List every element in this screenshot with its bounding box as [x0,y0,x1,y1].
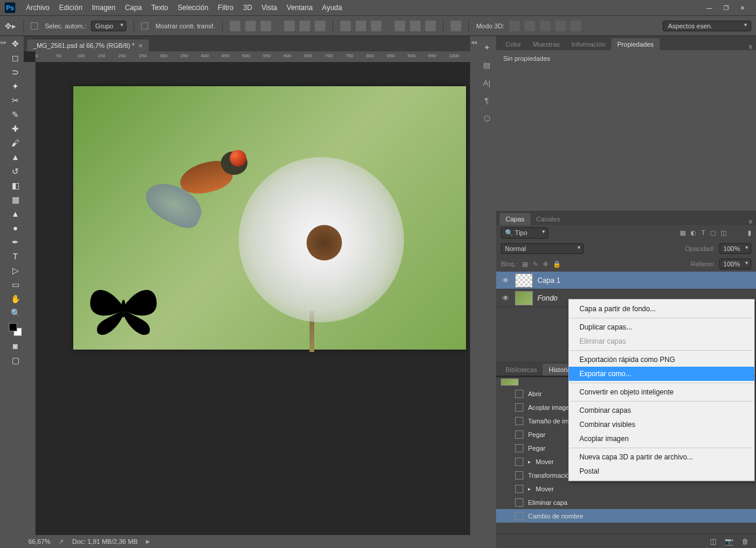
context-menu-item[interactable]: Combinar visibles [569,417,754,432]
menu-imagen[interactable]: Imagen [87,0,120,16]
tab-muestras[interactable]: Muestras [527,38,565,50]
hand-tool[interactable]: ✋ [8,292,22,305]
dodge-tool[interactable]: ● [8,221,22,234]
context-menu-item[interactable]: Postal [569,464,754,478]
align-left-icon[interactable] [284,21,295,31]
context-menu-item[interactable]: Capa a partir de fondo... [569,302,754,316]
menu-ayuda[interactable]: Ayuda [317,0,347,16]
auto-select-dropdown[interactable]: Grupo [91,21,126,31]
close-tab-icon[interactable]: ✕ [138,43,143,49]
blur-tool[interactable]: ▲ [8,207,22,220]
nav-panel-icon[interactable]: ✦ [480,41,493,54]
gradient-tool[interactable]: ▦ [8,193,22,206]
distribute-5-icon[interactable] [410,21,421,31]
align-right-icon[interactable] [315,21,325,31]
history-item[interactable]: ▸Mover [496,482,756,495]
filter-toggle[interactable]: ▮ [748,229,751,237]
marquee-tool[interactable]: ◻ [8,51,22,64]
color-swatch[interactable] [9,323,22,336]
crop-tool[interactable]: ✂ [8,94,22,107]
zoom-tool[interactable]: 🔍 [8,306,22,319]
3d-slide-icon[interactable] [555,21,566,31]
panel-menu-icon[interactable]: ≡ [745,43,756,50]
blend-mode-dropdown[interactable]: Normal [501,243,584,254]
move-tool[interactable]: ✥ [8,37,22,50]
layer-thumb[interactable] [515,291,533,305]
document-tab[interactable]: _MG_2581.psd al 66,7% (RGB/8) * ✕ [27,40,149,51]
filter-shape-icon[interactable]: ▢ [710,229,716,237]
opacity-value[interactable]: 100% [719,243,751,254]
type-tool[interactable]: T [8,250,22,263]
align-hmid-icon[interactable] [299,21,310,31]
tab-canales[interactable]: Canales [530,213,566,225]
paragraph-panel-icon[interactable]: ¶ [480,94,493,107]
tab-bibliotecas[interactable]: Bibliotecas [500,364,543,376]
close-button[interactable]: ✕ [738,5,747,11]
workspace-dropdown[interactable]: Aspectos esen. [663,21,751,31]
context-menu-item[interactable]: Combinar capas [569,403,754,417]
menu-ventana[interactable]: Ventana [282,0,317,16]
context-menu-item[interactable]: Convertir en objeto inteligente [569,385,754,399]
distribute-6-icon[interactable] [425,21,436,31]
3d-panel-icon[interactable]: ⬡ [480,112,493,125]
lock-paint-icon[interactable]: ✎ [533,260,538,268]
distribute-4-icon[interactable] [395,21,405,31]
minimize-button[interactable]: — [705,5,713,11]
distribute-3-icon[interactable] [371,21,382,31]
hist-new-doc-icon[interactable]: ◫ [710,537,716,546]
3d-orbit-icon[interactable] [509,21,520,31]
export-icon[interactable]: ↗ [58,538,64,546]
eyedropper-tool[interactable]: ✎ [8,108,22,121]
layer-row-capa1[interactable]: 👁 Capa 1 [496,272,756,289]
layer-thumb[interactable] [515,273,533,288]
layer-name[interactable]: Capa 1 [537,276,561,285]
visibility-icon[interactable]: 👁 [501,294,510,302]
menu-capa[interactable]: Capa [120,0,146,16]
3d-scale-icon[interactable] [571,21,581,31]
hist-delete-icon[interactable]: 🗑 [742,537,749,546]
maximize-button[interactable]: ❐ [722,5,730,11]
filter-smart-icon[interactable]: ◫ [721,229,726,237]
quickmask-tool[interactable]: ◙ [8,340,22,353]
stamp-tool[interactable]: ▲ [8,151,22,164]
histogram-panel-icon[interactable]: ▤ [480,58,493,71]
3d-roll-icon[interactable] [524,21,535,31]
align-bottom-icon[interactable] [260,21,271,31]
menu-archivo[interactable]: Archivo [21,0,54,16]
char-panel-icon[interactable]: A| [480,76,493,89]
tab-color[interactable]: Color [500,38,527,50]
status-arrow-icon[interactable]: ▶ [146,539,150,544]
screenmode-tool[interactable]: ▢ [8,354,22,367]
auto-align-icon[interactable] [451,21,461,31]
shape-tool[interactable]: ▭ [8,278,22,291]
context-menu-item[interactable]: Exportar como... [569,367,754,381]
align-top-icon[interactable] [230,21,240,31]
history-item[interactable]: Cambio de nombre [496,509,756,523]
wand-tool[interactable]: ✦ [8,80,22,93]
eraser-tool[interactable]: ◧ [8,179,22,192]
layers-menu-icon[interactable]: ≡ [745,218,756,225]
history-doc-thumb[interactable] [501,379,519,386]
menu-3d[interactable]: 3D [238,0,256,16]
lock-all-icon[interactable]: 🔒 [553,260,561,268]
filter-image-icon[interactable]: ▦ [680,229,686,237]
context-menu-item[interactable]: Duplicar capas... [569,320,754,334]
filter-type-icon[interactable]: T [701,229,705,237]
menu-edicion[interactable]: Edición [54,0,87,16]
3d-pan-icon[interactable] [540,21,550,31]
context-menu-item[interactable]: Nueva capa 3D a partir de archivo... [569,450,754,464]
filter-adjust-icon[interactable]: ◐ [690,229,696,237]
hist-snapshot-icon[interactable]: 📷 [725,537,734,546]
lasso-tool[interactable]: ⊃ [8,66,22,79]
history-item[interactable]: Eliminar capa [496,495,756,509]
context-menu-item[interactable]: Acoplar imagen [569,432,754,446]
path-tool[interactable]: ▷ [8,264,22,277]
show-transform-checkbox[interactable] [141,22,148,30]
menu-seleccion[interactable]: Selección [173,0,213,16]
menu-vista[interactable]: Vista [257,0,282,16]
tab-informacion[interactable]: Información [566,38,611,50]
context-menu-item[interactable]: Exportación rápida como PNG [569,353,754,367]
menu-filtro[interactable]: Filtro [213,0,239,16]
tab-capas[interactable]: Capas [500,213,530,225]
visibility-icon[interactable]: 👁 [501,276,510,285]
